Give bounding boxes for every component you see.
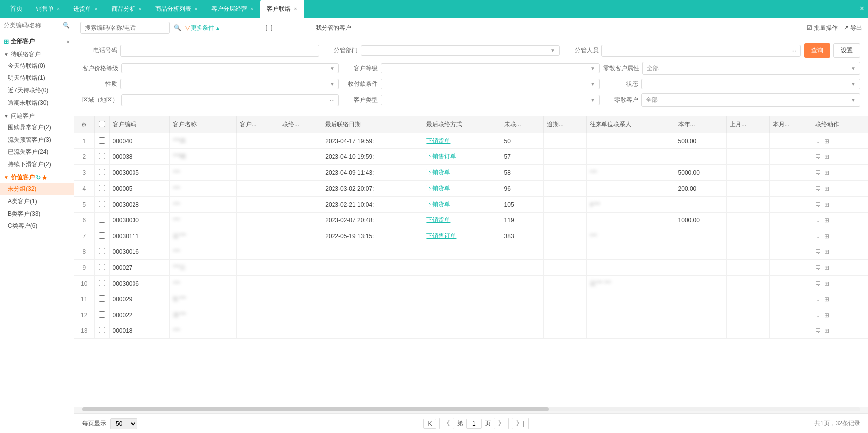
message-icon[interactable]: 🗨 — [815, 153, 821, 160]
row-last-way[interactable]: 下销货单 — [423, 165, 501, 181]
grid-action-icon[interactable]: ⊞ — [824, 217, 829, 224]
row-last-way[interactable]: 下销售订单 — [423, 228, 501, 244]
query-button[interactable]: 查询 — [804, 43, 830, 58]
sidebar-collapse-icon[interactable]: « — [67, 38, 70, 45]
tab-customer-contact[interactable]: 客户联络 × — [260, 0, 304, 18]
prev-page-btn[interactable]: 《 — [439, 418, 454, 429]
close-analysis-icon[interactable]: × — [138, 6, 141, 12]
row-checkbox[interactable] — [99, 232, 105, 239]
row-checkbox-cell[interactable] — [94, 307, 109, 323]
nature-select[interactable]: ▼ — [120, 79, 339, 89]
export-btn[interactable]: ↗ 导出 — [844, 24, 862, 32]
message-icon[interactable]: 🗨 — [815, 201, 821, 208]
horizontal-scrollbar[interactable] — [82, 407, 860, 411]
last-way-link[interactable]: 下销货单 — [426, 201, 450, 208]
sidebar-search-icon[interactable]: 🔍 — [63, 22, 70, 29]
row-last-way[interactable] — [423, 244, 501, 260]
close-analysis-list-icon[interactable]: × — [194, 6, 197, 12]
page-number-input[interactable] — [466, 419, 482, 429]
row-checkbox[interactable] — [99, 327, 105, 333]
value-group-label[interactable]: ▼ 价值客户 ↻ ★ — [0, 171, 74, 183]
sidebar-item-tomorrow[interactable]: 明天待联络(1) — [0, 72, 74, 84]
sidebar-item-ungrouped[interactable]: 未分组(32) — [0, 183, 74, 195]
grid-action-icon[interactable]: ⊞ — [824, 248, 829, 255]
last-way-link[interactable]: 下销货单 — [426, 137, 450, 144]
my-customers-checkbox-label[interactable]: 我分管的客户 — [224, 24, 351, 32]
row-last-way[interactable]: 下销货单 — [423, 197, 501, 213]
row-checkbox-cell[interactable] — [94, 228, 109, 244]
grid-action-icon[interactable]: ⊞ — [824, 327, 829, 334]
problem-group-label[interactable]: ▼ 问题客户 — [0, 109, 74, 121]
manager-select[interactable]: ··· — [601, 45, 801, 57]
my-customers-checkbox[interactable] — [224, 25, 314, 31]
close-all-button[interactable]: × — [860, 4, 864, 13]
row-checkbox-cell[interactable] — [94, 291, 109, 307]
first-page-btn[interactable]: K — [423, 419, 436, 429]
row-checkbox-cell[interactable] — [94, 133, 109, 149]
close-customer-contact-icon[interactable]: × — [294, 6, 297, 12]
row-last-way[interactable]: 下销货单 — [423, 181, 501, 197]
row-checkbox[interactable] — [99, 264, 105, 270]
row-checkbox[interactable] — [99, 311, 105, 318]
row-checkbox-cell[interactable] — [94, 149, 109, 165]
sidebar-item-7days[interactable]: 近7天待联络(0) — [0, 84, 74, 97]
row-checkbox-cell[interactable] — [94, 197, 109, 213]
close-purchase-icon[interactable]: × — [94, 6, 97, 12]
reset-button[interactable]: 设置 — [833, 43, 860, 58]
row-checkbox-cell[interactable] — [94, 244, 109, 260]
last-way-link[interactable]: 下销货单 — [426, 216, 450, 223]
message-icon[interactable]: 🗨 — [815, 233, 821, 240]
select-all-checkbox[interactable] — [99, 121, 105, 127]
row-checkbox-cell[interactable] — [94, 213, 109, 228]
sidebar-item-class-a[interactable]: A类客户(1) — [0, 195, 74, 208]
row-checkbox[interactable] — [99, 169, 105, 175]
dept-select[interactable]: ▼ — [361, 45, 560, 56]
tab-purchase[interactable]: 进货单 × — [67, 0, 104, 18]
row-checkbox-cell[interactable] — [94, 165, 109, 181]
sidebar-item-today[interactable]: 今天待联络(0) — [0, 60, 74, 72]
tab-analysis[interactable]: 商品分析 × — [105, 0, 148, 18]
settings-icon[interactable]: ⚙ — [81, 121, 87, 128]
per-page-select[interactable]: 50 20 100 — [110, 418, 137, 429]
refresh-icon[interactable]: ↻ — [36, 174, 41, 181]
message-icon[interactable]: 🗨 — [815, 264, 821, 271]
row-checkbox[interactable] — [99, 185, 105, 191]
payment-select[interactable]: ▼ — [381, 79, 600, 89]
more-conditions-btn[interactable]: ▽ 更多条件 ▲ — [185, 24, 220, 32]
message-icon[interactable]: 🗨 — [815, 217, 821, 224]
close-customer-segment-icon[interactable]: × — [250, 6, 253, 12]
retail-attr-select[interactable]: 全部 ▼ — [642, 62, 860, 75]
batch-ops-btn[interactable]: ☑ 批量操作 — [807, 24, 838, 32]
row-last-way[interactable]: 下销售订单 — [423, 149, 501, 165]
row-last-way[interactable] — [423, 291, 501, 307]
row-checkbox[interactable] — [99, 137, 105, 144]
home-tab[interactable]: 首页 — [4, 4, 29, 13]
row-checkbox[interactable] — [99, 201, 105, 207]
all-customers-header[interactable]: ⊞ 全部客户 « — [0, 33, 74, 48]
sidebar-item-class-c[interactable]: C类客户(6) — [0, 220, 74, 232]
message-icon[interactable]: 🗨 — [815, 185, 821, 192]
row-checkbox[interactable] — [99, 216, 105, 223]
last-way-link[interactable]: 下销货单 — [426, 185, 450, 192]
sidebar-item-churn-warning[interactable]: 流失预警客户(3) — [0, 134, 74, 146]
message-icon[interactable]: 🗨 — [815, 327, 821, 334]
row-last-way[interactable] — [423, 307, 501, 323]
row-last-way[interactable]: 下销货单 — [423, 213, 501, 228]
region-select[interactable]: ··· — [121, 94, 339, 106]
row-checkbox-cell[interactable] — [94, 323, 109, 339]
category-search-input[interactable] — [4, 22, 63, 29]
row-checkbox-cell[interactable] — [94, 181, 109, 197]
settings-th[interactable]: ⚙ — [74, 116, 94, 133]
retail-customer-select[interactable]: 全部 ▼ — [641, 93, 860, 107]
grid-action-icon[interactable]: ⊞ — [824, 138, 829, 144]
grid-action-icon[interactable]: ⊞ — [824, 153, 829, 160]
star-icon[interactable]: ★ — [42, 174, 47, 181]
message-icon[interactable]: 🗨 — [815, 280, 821, 287]
grid-action-icon[interactable]: ⊞ — [824, 233, 829, 240]
next-page-btn[interactable]: 》 — [494, 418, 509, 429]
row-last-way[interactable] — [423, 323, 501, 339]
grid-action-icon[interactable]: ⊞ — [824, 201, 829, 208]
last-page-btn[interactable]: 》| — [512, 418, 528, 429]
row-last-way[interactable] — [423, 276, 501, 291]
last-way-link[interactable]: 下销货单 — [426, 169, 450, 176]
